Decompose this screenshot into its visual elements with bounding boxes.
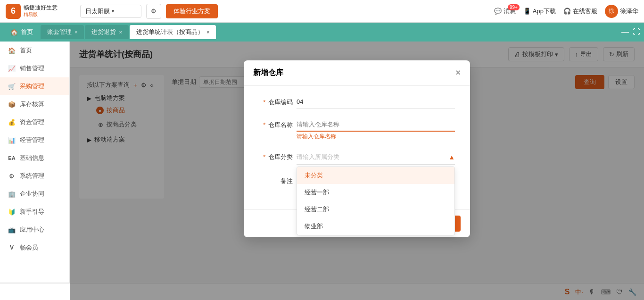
- modal-close-button[interactable]: ×: [455, 68, 461, 78]
- purchase-icon: 🛒: [8, 82, 16, 91]
- enterprise-icon: 🏢: [8, 190, 16, 198]
- window-minimize-icon[interactable]: —: [621, 28, 629, 36]
- tab-right-controls: — ⛶: [621, 28, 640, 36]
- phone-icon: 📱: [523, 8, 531, 15]
- basic-info-icon: EA: [8, 154, 16, 162]
- category-field-row: * 仓库分类 请输入所属分类 ▲ 未分类 经营一部: [259, 150, 455, 165]
- sidebar-item-home[interactable]: 🏠 首页: [0, 42, 69, 59]
- sidebar-item-app-center[interactable]: 📺 应用中心: [0, 221, 69, 239]
- logo-icon: 6: [6, 4, 21, 19]
- app-center-icon: 📺: [8, 225, 16, 234]
- name-label: * 仓库名称: [259, 118, 297, 129]
- chevron-down-icon: ▾: [112, 8, 136, 14]
- code-label-text: 仓库编码: [268, 99, 293, 106]
- logo-char: 6: [11, 6, 16, 16]
- sidebar-item-basic-info[interactable]: EA 基础信息: [0, 149, 69, 167]
- tab-accounts-close[interactable]: ×: [74, 29, 77, 35]
- modal-overlay: 新增仓库 × * 仓库编码: [70, 42, 644, 300]
- messages-btn[interactable]: 💬 消息 99+: [494, 7, 516, 16]
- home-icon: 🏠: [8, 46, 16, 55]
- sidebar-enterprise-label: 企业协同: [20, 190, 44, 198]
- sidebar-basic-info-label: 基础信息: [20, 154, 44, 162]
- sidebar-member-label: 畅会员: [20, 243, 38, 252]
- sidebar-inventory-label: 库存核算: [20, 100, 44, 108]
- sidebar-item-guide[interactable]: 🔰 新手引导: [0, 203, 69, 221]
- message-icon: 💬: [494, 8, 502, 15]
- category-required-star: *: [263, 153, 265, 160]
- trial-button[interactable]: 体验行业方案: [166, 4, 218, 18]
- guide-icon: 🔰: [8, 208, 16, 216]
- sidebar-item-enterprise[interactable]: 🏢 企业协同: [0, 185, 69, 203]
- sidebar-purchase-label: 采购管理: [20, 82, 44, 91]
- dropdown-item-dept2[interactable]: 经营二部: [297, 201, 454, 218]
- tab-purchase-stats-close[interactable]: ×: [206, 29, 209, 35]
- dropdown-item-uncategorized[interactable]: 未分类: [297, 167, 454, 184]
- online-service-label: 在线客服: [573, 7, 597, 16]
- headset-icon: 🎧: [563, 8, 571, 15]
- store-name: 日太阳膜: [85, 7, 110, 16]
- system-icon: ⚙: [8, 172, 16, 180]
- sidebar-item-inventory[interactable]: 📦 库存核算: [0, 95, 69, 113]
- sidebar-item-purchase[interactable]: 🛒 采购管理: [0, 77, 69, 95]
- finance-icon: 💰: [8, 118, 16, 126]
- category-field[interactable]: 请输入所属分类 ▲ 未分类 经营一部 经营二部 物业部: [297, 150, 455, 165]
- category-select[interactable]: 请输入所属分类 ▲: [297, 150, 455, 165]
- app-download-label: App下载: [533, 7, 556, 16]
- code-required-star: *: [263, 99, 265, 106]
- top-right-area: 💬 消息 99+ 📱 App下载 🎧 在线客服 徐 徐泽华: [494, 5, 638, 18]
- brand-info: 畅捷通好生意 精易版: [24, 4, 58, 18]
- content-area: 进货单统计(按商品) 🖨 按模板打印 ▾ ↑ 导出 ↻ 刷新: [70, 42, 644, 300]
- sidebar-item-member[interactable]: V 畅会员: [0, 239, 69, 257]
- sidebar-item-system[interactable]: ⚙ 系统管理: [0, 167, 69, 185]
- top-bar: 6 畅捷通好生意 精易版 日太阳膜 ▾ ⚙ 体验行业方案 💬 消息 99+ 📱 …: [0, 0, 644, 23]
- category-label-text: 仓库分类: [268, 153, 293, 160]
- sidebar-finance-label: 资金管理: [20, 118, 44, 126]
- new-warehouse-modal: 新增仓库 × * 仓库编码: [244, 60, 470, 237]
- tab-home[interactable]: 🏠 首页: [4, 25, 40, 39]
- sidebar-sales-label: 销售管理: [20, 64, 44, 73]
- operations-icon: 📊: [8, 136, 16, 144]
- tab-purchase-return-close[interactable]: ×: [119, 29, 122, 35]
- app-download-btn[interactable]: 📱 App下载: [523, 7, 556, 16]
- user-name: 徐泽华: [620, 7, 638, 16]
- gear-button[interactable]: ⚙: [146, 4, 161, 19]
- category-arrow-icon: ▲: [448, 153, 455, 161]
- category-label: * 仓库分类: [259, 150, 297, 161]
- avatar: 徐: [605, 5, 618, 18]
- code-input[interactable]: [297, 95, 455, 108]
- window-maximize-icon[interactable]: ⛶: [633, 28, 640, 36]
- tab-purchase-return[interactable]: 进货退货 ×: [85, 25, 128, 39]
- name-required-star: *: [263, 121, 265, 128]
- name-field-row: * 仓库名称 请输入仓库名称: [259, 118, 455, 141]
- modal-body: * 仓库编码 * 仓库名称: [244, 86, 470, 209]
- category-dropdown: 未分类 经营一部 经营二部 物业部: [297, 167, 455, 235]
- brand-name: 畅捷通好生意: [24, 4, 58, 12]
- store-selector[interactable]: 日太阳膜 ▾: [80, 5, 141, 18]
- logo-area: 6 畅捷通好生意 精易版: [6, 4, 75, 19]
- tab-purchase-stats-label: 进货单统计表（按商品）: [136, 28, 204, 36]
- sales-icon: 📈: [8, 64, 16, 73]
- avatar-initials: 徐: [609, 7, 614, 15]
- online-service-btn[interactable]: 🎧 在线客服: [563, 7, 597, 16]
- tab-home-label: 首页: [21, 28, 33, 36]
- tab-purchase-stats[interactable]: 进货单统计表（按商品） ×: [130, 25, 216, 39]
- dropdown-item-dept1[interactable]: 经营一部: [297, 184, 454, 201]
- code-field: [297, 95, 455, 108]
- name-field: 请输入仓库名称: [297, 118, 455, 141]
- member-icon: V: [8, 243, 16, 252]
- sidebar-item-operations[interactable]: 📊 经营管理: [0, 131, 69, 149]
- sidebar-item-sales[interactable]: 📈 销售管理: [0, 59, 69, 77]
- home-icon: 🏠: [10, 29, 18, 36]
- category-placeholder: 请输入所属分类: [297, 153, 339, 161]
- tab-purchase-return-label: 进货退货: [91, 28, 116, 36]
- sidebar-operations-label: 经营管理: [20, 136, 44, 144]
- user-menu[interactable]: 徐 徐泽华: [605, 5, 638, 18]
- sidebar-app-center-label: 应用中心: [20, 225, 44, 234]
- dropdown-item-dept3[interactable]: 物业部: [297, 218, 454, 235]
- code-label: * 仓库编码: [259, 95, 297, 107]
- name-input[interactable]: [297, 118, 455, 132]
- tab-accounts[interactable]: 账套管理 ×: [41, 25, 84, 39]
- sidebar-system-label: 系统管理: [20, 172, 44, 180]
- sidebar-item-finance[interactable]: 💰 资金管理: [0, 113, 69, 131]
- tab-accounts-label: 账套管理: [47, 28, 72, 36]
